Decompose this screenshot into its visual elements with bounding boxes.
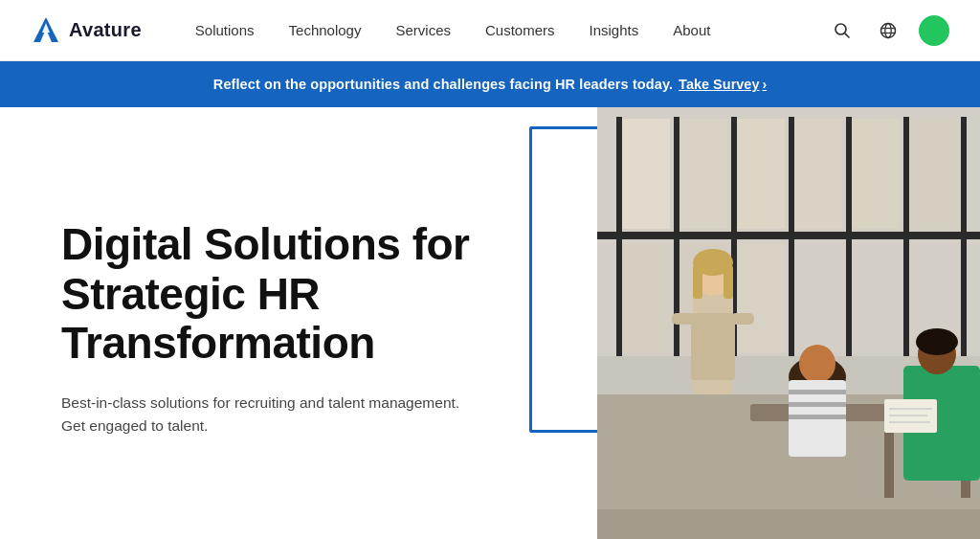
office-scene-illustration — [597, 107, 980, 539]
hero-content: Digital Solutions for Strategic HR Trans… — [0, 107, 539, 539]
svg-line-3 — [845, 33, 850, 37]
svg-rect-21 — [622, 243, 670, 353]
svg-rect-17 — [597, 232, 980, 239]
hero-subtitle-line2: Get engaged to talent. — [61, 417, 208, 434]
svg-rect-42 — [789, 390, 846, 394]
header-actions — [827, 15, 949, 46]
search-icon — [834, 22, 851, 39]
svg-rect-43 — [789, 402, 846, 407]
svg-rect-44 — [789, 415, 846, 419]
language-selector-button[interactable] — [873, 15, 903, 46]
svg-rect-18 — [622, 119, 670, 229]
svg-point-4 — [881, 23, 896, 37]
svg-rect-24 — [794, 119, 842, 229]
svg-rect-26 — [909, 119, 957, 229]
nav-item-about[interactable]: About — [657, 14, 725, 46]
svg-point-47 — [916, 328, 958, 355]
svg-rect-38 — [731, 313, 754, 325]
svg-point-40 — [799, 345, 835, 383]
nav-item-technology[interactable]: Technology — [274, 14, 377, 46]
svg-point-5 — [885, 23, 891, 37]
user-avatar[interactable] — [919, 15, 949, 46]
globe-icon — [880, 22, 897, 39]
hero-section: Digital Solutions for Strategic HR Trans… — [0, 107, 980, 539]
hero-image-area — [539, 107, 980, 539]
avature-logo-icon — [31, 15, 61, 46]
search-button[interactable] — [827, 15, 858, 46]
svg-rect-36 — [691, 313, 735, 380]
main-nav: Solutions Technology Services Customers … — [180, 14, 827, 46]
svg-rect-23 — [737, 243, 785, 353]
svg-rect-20 — [737, 119, 785, 229]
svg-rect-37 — [672, 313, 695, 325]
nav-item-services[interactable]: Services — [380, 14, 466, 46]
hero-title: Digital Solutions for Strategic HR Trans… — [61, 220, 539, 369]
announcement-banner: Reflect on the opportunities and challen… — [0, 61, 980, 107]
svg-rect-35 — [724, 265, 733, 299]
hero-subtitle-line1: Best-in-class solutions for recruiting a… — [61, 394, 459, 411]
banner-message: Reflect on the opportunities and challen… — [213, 77, 673, 92]
svg-rect-25 — [852, 119, 900, 229]
svg-rect-19 — [679, 119, 727, 229]
banner-link-text: Take Survey — [679, 77, 759, 92]
svg-rect-34 — [693, 265, 702, 299]
hero-subtitle: Best-in-class solutions for recruiting a… — [61, 392, 482, 438]
hero-office-photo — [597, 107, 980, 539]
svg-rect-53 — [597, 509, 980, 539]
nav-item-customers[interactable]: Customers — [470, 14, 570, 46]
banner-arrow-icon: › — [762, 77, 767, 92]
nav-item-solutions[interactable]: Solutions — [180, 14, 270, 46]
logo-link[interactable]: Avature — [31, 15, 142, 46]
nav-item-insights[interactable]: Insights — [574, 14, 655, 46]
banner-cta-link[interactable]: Take Survey › — [679, 77, 767, 92]
main-header: Avature Solutions Technology Services Cu… — [0, 0, 980, 61]
logo-text: Avature — [69, 19, 142, 41]
